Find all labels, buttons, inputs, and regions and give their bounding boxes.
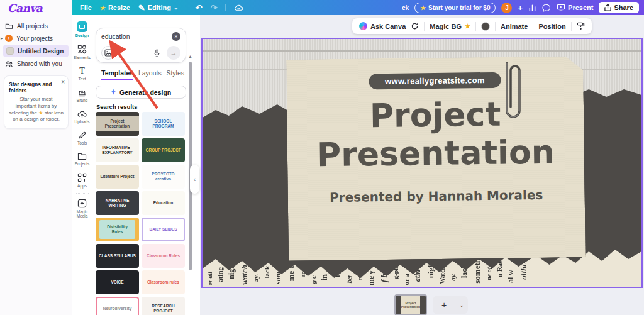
add-member-button[interactable]: +: [518, 3, 523, 13]
rail-item-projects[interactable]: Projects: [72, 152, 92, 166]
template-thumbnail[interactable]: INFORMATIVE - EXPLANATORY: [96, 138, 139, 162]
template-thumbnail[interactable]: Classroom rules: [142, 270, 185, 294]
star-card-title: Star designs and folders: [9, 81, 64, 94]
star-icon: ★: [420, 4, 426, 11]
comments-icon[interactable]: [542, 4, 551, 12]
generate-design-button[interactable]: ✦ Generate design: [96, 86, 186, 99]
page-menu-button[interactable]: ⌄: [455, 302, 468, 308]
caret-icon[interactable]: ▸: [1, 36, 3, 41]
tab-templates[interactable]: Templates: [101, 69, 133, 80]
sidebar-item-label: All projects: [17, 23, 48, 30]
image-search-button[interactable]: [101, 46, 115, 60]
upload-cloud-icon: [77, 110, 87, 118]
rail-item-elements[interactable]: Elements: [72, 45, 92, 60]
editor-canvas-area: Ask Canva Magic BG★ Animate Position or …: [200, 15, 644, 315]
rail-item-design[interactable]: Design: [72, 21, 92, 38]
resize-menu[interactable]: ★Resize: [100, 4, 130, 11]
file-menu[interactable]: File: [80, 4, 92, 11]
newsprint-word: ber: [346, 275, 353, 283]
present-icon: [557, 4, 565, 11]
sidebar-item-label: Your projects: [16, 35, 53, 42]
projects-sidebar: Canva All projects ▸ ! Your projects Unt…: [0, 0, 72, 315]
star-icon: ★: [100, 4, 106, 11]
page-1-thumbnail[interactable]: Project Presentation: [394, 294, 427, 315]
template-thumbnail[interactable]: Literature Project: [96, 165, 139, 189]
position-button[interactable]: Position: [538, 23, 565, 30]
template-thumbnail[interactable]: PROYECTO creativo: [142, 165, 185, 189]
template-thumbnail[interactable]: Classroom Rules: [142, 244, 185, 268]
pen-icon: [78, 131, 87, 140]
paint-roller-icon: [577, 22, 585, 30]
template-thumbnail[interactable]: VOICE: [96, 270, 139, 294]
star-designs-card: × Star designs and folders Star your mos…: [4, 75, 69, 129]
templates-panel: education × → Templates Layouts Styles ✦…: [92, 15, 200, 315]
slide-subtitle[interactable]: Presented by Hannah Morales: [330, 187, 543, 205]
submit-search-button[interactable]: →: [167, 46, 180, 60]
voice-search-button[interactable]: [150, 46, 164, 60]
rail-item-apps[interactable]: Apps: [72, 173, 92, 188]
share-button[interactable]: Share: [599, 2, 639, 13]
magic-media-icon: [77, 199, 87, 208]
animate-button[interactable]: Animate: [501, 23, 528, 30]
undo-button[interactable]: ↶: [196, 4, 203, 12]
newsprint-word: me y: [367, 270, 376, 285]
add-page-button[interactable]: +: [433, 300, 455, 310]
search-box: education × →: [96, 28, 186, 63]
close-icon[interactable]: ×: [61, 79, 65, 86]
template-thumbnail[interactable]: DAILY SLIDES: [142, 218, 185, 241]
rail-item-uploads[interactable]: Uploads: [72, 110, 92, 124]
rail-item-brand[interactable]: Brand: [72, 88, 92, 102]
avatar[interactable]: J: [501, 3, 512, 13]
regenerate-button[interactable]: [411, 22, 419, 30]
slide-note-card[interactable]: www.reallygreatsite.com ProjectPresentat…: [286, 56, 586, 261]
cloud-save-status-icon[interactable]: [234, 4, 243, 12]
template-thumbnail[interactable]: Neurodiversity: [96, 297, 139, 315]
template-thumbnail[interactable]: SCHOOL PROGRAM: [142, 112, 185, 136]
scroll-up-icon[interactable]: ▲: [188, 54, 192, 58]
rail-item-magic-media[interactable]: Magic Media: [72, 199, 92, 218]
slide-page[interactable]: or allatingnighwatchay.lacksomme oang ci…: [201, 38, 643, 288]
website-pill[interactable]: www.reallygreatsite.com: [369, 72, 501, 90]
divider: [187, 4, 187, 11]
sidebar-item-your-projects[interactable]: ▸ ! Your projects: [0, 32, 72, 45]
divider: [495, 22, 496, 31]
template-thumbnail[interactable]: NARRATIVE WRITING: [96, 191, 139, 215]
chevron-down-icon: ⌄: [174, 4, 179, 11]
search-input[interactable]: education: [101, 33, 130, 40]
newsprint-word: lack: [263, 266, 270, 279]
sidebar-item-shared-with-you[interactable]: Shared with you: [0, 57, 72, 70]
tab-layouts[interactable]: Layouts: [138, 69, 162, 80]
add-page-control: + ⌄: [433, 296, 468, 314]
present-button[interactable]: Present: [557, 4, 593, 11]
template-thumbnail[interactable]: CLASS SYLLABUS: [96, 244, 139, 268]
trial-button[interactable]: ★Start your trial for $0: [414, 3, 496, 13]
editing-mode-menu[interactable]: ✎Editing⌄: [138, 4, 179, 12]
insights-icon[interactable]: [528, 4, 536, 12]
divider: [533, 22, 533, 31]
template-thumbnail[interactable]: Education: [142, 191, 185, 215]
template-thumbnail[interactable]: RESEARCH PROJECT: [142, 297, 185, 315]
template-results-grid: Project PresentationSCHOOL PROGRAMINFORM…: [96, 112, 185, 315]
sidebar-item-all-projects[interactable]: All projects: [0, 19, 72, 32]
canva-logo[interactable]: Canva: [0, 0, 72, 14]
star-icon: ★: [465, 23, 470, 30]
rail-item-tools[interactable]: Tools: [72, 131, 92, 145]
ask-canva-button[interactable]: Ask Canva: [359, 22, 406, 30]
microphone-icon: [153, 49, 160, 57]
template-thumbnail[interactable]: Project Presentation: [96, 112, 139, 136]
redo-button[interactable]: ↷: [210, 4, 217, 12]
template-thumbnail[interactable]: GROUP PROJECT: [142, 138, 185, 162]
newsprint-word: in: [320, 274, 330, 280]
rail-item-text[interactable]: T Text: [72, 67, 92, 81]
magic-bg-button[interactable]: Magic BG★: [430, 23, 470, 30]
template-thumbnail[interactable]: Divisibility Rules: [96, 218, 139, 241]
copy-style-button[interactable]: [577, 22, 585, 30]
panel-collapse-handle[interactable]: ‹: [190, 165, 199, 194]
clear-search-icon[interactable]: ×: [172, 32, 180, 41]
sidebar-item-untitled-design[interactable]: Untitled Design: [3, 45, 69, 57]
design-icon: [77, 21, 87, 32]
color-swatch[interactable]: [481, 22, 490, 31]
tools-rail: Design Elements T Text Brand Uploads Too…: [72, 15, 92, 315]
tab-styles[interactable]: Styles: [166, 69, 184, 80]
sidebar-item-label: Untitled Design: [18, 48, 64, 55]
